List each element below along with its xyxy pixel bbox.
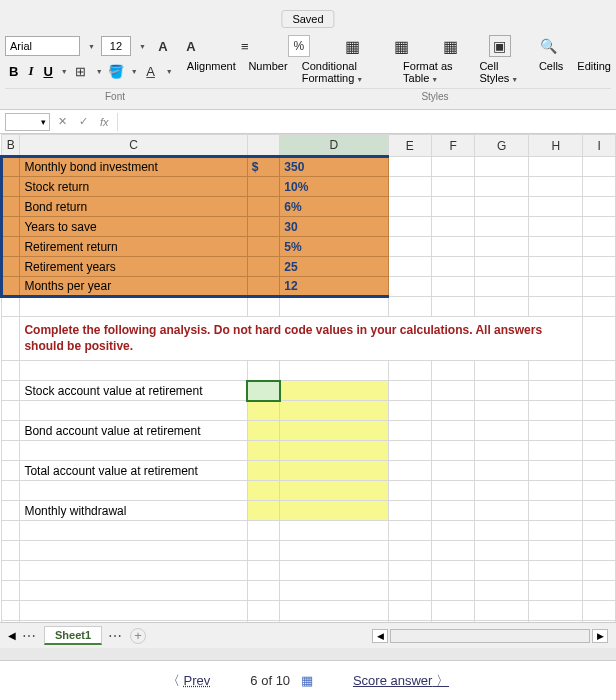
sheet-tab[interactable]: Sheet1 [44, 626, 102, 645]
chevron-down-icon[interactable]: ▼ [139, 43, 146, 50]
col-header-B[interactable]: B [2, 135, 20, 157]
cell-label: Years to save [20, 217, 247, 237]
empty-row[interactable] [2, 561, 616, 581]
instruction-row[interactable]: Complete the following analysis. Do not … [2, 317, 616, 361]
data-row[interactable]: Bond return 6% [2, 197, 616, 217]
cell-value: 30 [280, 217, 388, 237]
chevron-left-icon: 〈 [167, 673, 180, 688]
empty-row[interactable] [2, 581, 616, 601]
col-header-G[interactable]: G [475, 135, 529, 157]
name-box[interactable]: ▾ [5, 113, 50, 131]
col-header-I[interactable]: I [583, 135, 616, 157]
conditional-formatting-icon[interactable]: ▦ [342, 35, 364, 57]
cells-label[interactable]: Cells [539, 60, 563, 72]
cell-label: Stock return [20, 177, 247, 197]
empty-row[interactable] [2, 297, 616, 317]
data-row[interactable]: Stock return 10% [2, 177, 616, 197]
spreadsheet-grid[interactable]: B C D E F G H I Monthly bond investment … [0, 134, 616, 644]
cell-label: Months per year [20, 277, 247, 297]
score-answer-button[interactable]: Score answer 〉 [353, 672, 449, 690]
section-styles-label: Styles [350, 89, 520, 104]
accept-formula-icon[interactable]: ✓ [75, 115, 92, 128]
chevron-down-icon[interactable]: ▼ [166, 68, 173, 75]
bold-button[interactable]: B [5, 64, 22, 79]
data-row[interactable]: Monthly bond investment $ 350 [2, 157, 616, 177]
tab-nav-dots[interactable]: ⋯ [108, 628, 124, 644]
scroll-right-button[interactable]: ▶ [592, 629, 608, 643]
increase-font-icon[interactable]: A [152, 35, 174, 57]
tab-nav-prev-icon[interactable]: ◀ [8, 630, 16, 641]
conditional-formatting-label[interactable]: Conditional Formatting▼ [302, 60, 395, 84]
col-header-H[interactable]: H [529, 135, 583, 157]
column-headers: B C D E F G H I [2, 135, 616, 157]
editing-icon[interactable]: 🔍 [538, 35, 560, 57]
col-header-E[interactable]: E [388, 135, 431, 157]
fill-color-icon[interactable]: 🪣 [105, 60, 127, 82]
underline-button[interactable]: U [39, 64, 56, 79]
cell-value: 10% [280, 177, 388, 197]
col-header-D[interactable]: D [280, 135, 388, 157]
editing-label[interactable]: Editing [577, 60, 611, 72]
decrease-font-icon[interactable]: A [180, 35, 202, 57]
cancel-formula-icon[interactable]: ✕ [54, 115, 71, 128]
border-icon[interactable]: ⊞ [70, 60, 92, 82]
analysis-row[interactable]: Total account value at retirement [2, 461, 616, 481]
cell-label: Bond account value at retirement [20, 421, 247, 441]
data-row[interactable]: Retirement years 25 [2, 257, 616, 277]
number-label[interactable]: Number [248, 60, 287, 72]
chevron-right-icon: 〉 [436, 673, 449, 688]
cell-label: Bond return [20, 197, 247, 217]
font-size-value: 12 [110, 40, 122, 52]
tab-nav-dots[interactable]: ⋯ [22, 628, 38, 644]
chevron-down-icon[interactable]: ▼ [88, 43, 95, 50]
instruction-text: Complete the following analysis. Do not … [20, 317, 583, 361]
grid-icon[interactable]: ▦ [301, 673, 313, 688]
cell-value: 25 [280, 257, 388, 277]
empty-row[interactable] [2, 521, 616, 541]
add-sheet-button[interactable]: + [130, 628, 146, 644]
data-row[interactable]: Retirement return 5% [2, 237, 616, 257]
data-row[interactable]: Years to save 30 [2, 217, 616, 237]
formula-input[interactable] [117, 113, 611, 131]
chevron-down-icon[interactable]: ▼ [96, 68, 103, 75]
format-as-table-label[interactable]: Format as Table▼ [403, 60, 471, 84]
analysis-row[interactable]: Stock account value at retirement [2, 381, 616, 401]
analysis-row[interactable]: Bond account value at retirement [2, 421, 616, 441]
cell-styles-icon[interactable]: ▦ [440, 35, 462, 57]
cells-icon[interactable]: ▣ [489, 35, 511, 57]
cell-label: Monthly withdrawal [20, 501, 247, 521]
fx-icon[interactable]: fx [96, 116, 113, 128]
cell-label: Retirement return [20, 237, 247, 257]
font-size-dropdown[interactable]: 12 [101, 36, 131, 56]
col-header-F[interactable]: F [431, 135, 474, 157]
font-color-icon[interactable]: A [140, 60, 162, 82]
align-icon[interactable]: ≡ [234, 35, 256, 57]
sheet-tab-strip: ◀ ⋯ Sheet1 ⋯ + ◀ ▶ [0, 622, 616, 648]
horizontal-scrollbar[interactable] [390, 629, 590, 643]
empty-row[interactable] [2, 401, 616, 421]
chevron-down-icon[interactable]: ▼ [61, 68, 68, 75]
prev-button[interactable]: 〈 Prev [167, 672, 210, 690]
col-header-C[interactable]: C [20, 135, 247, 157]
font-name-dropdown[interactable]: Arial [5, 36, 80, 56]
col-header-blank[interactable] [247, 135, 279, 157]
empty-row[interactable] [2, 541, 616, 561]
chevron-down-icon[interactable]: ▼ [131, 68, 138, 75]
empty-row[interactable] [2, 441, 616, 461]
cell-styles-label[interactable]: Cell Styles▼ [479, 60, 527, 84]
format-as-table-icon[interactable]: ▦ [391, 35, 413, 57]
page-indicator: 6 of 10 ▦ [250, 673, 313, 688]
data-row[interactable]: Months per year 12 [2, 277, 616, 297]
percent-icon[interactable]: % [288, 35, 310, 57]
analysis-row[interactable]: Monthly withdrawal [2, 501, 616, 521]
empty-row[interactable] [2, 361, 616, 381]
scroll-left-button[interactable]: ◀ [372, 629, 388, 643]
cell-value: 6% [280, 197, 388, 217]
italic-button[interactable]: I [24, 63, 37, 79]
font-name-value: Arial [10, 40, 32, 52]
alignment-label[interactable]: Alignment [187, 60, 236, 72]
cell-value: 350 [280, 157, 388, 177]
chevron-down-icon: ▾ [41, 117, 46, 127]
empty-row[interactable] [2, 481, 616, 501]
empty-row[interactable] [2, 601, 616, 621]
